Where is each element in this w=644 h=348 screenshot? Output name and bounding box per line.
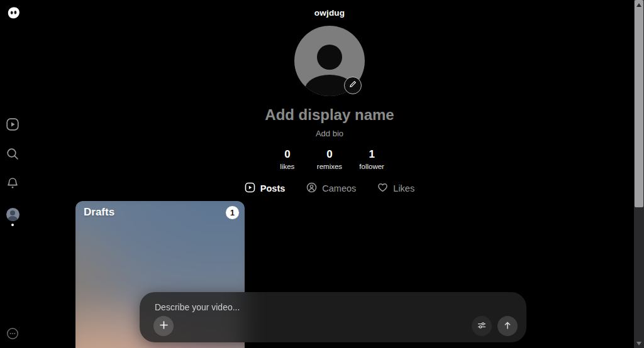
sidebar-item-search[interactable]: [5, 148, 20, 163]
plus-icon: [159, 320, 169, 332]
stat-follower[interactable]: 1 follower: [359, 149, 384, 170]
more-menu-button[interactable]: [6, 327, 19, 340]
ellipsis-circle-icon: [6, 331, 19, 342]
drafts-title: Drafts: [84, 206, 114, 219]
sidebar-nav: [0, 118, 25, 222]
stat-likes[interactable]: 0 likes: [275, 149, 300, 170]
pencil-icon: [348, 80, 357, 91]
add-bio[interactable]: Add bio: [316, 129, 343, 138]
scrollbar-up-arrow-icon[interactable]: [636, 3, 641, 7]
stat-value: 1: [369, 149, 374, 161]
sidebar: [0, 0, 25, 348]
bell-icon: [6, 177, 19, 193]
active-page-dot: [11, 224, 14, 226]
tab-likes[interactable]: Likes: [377, 182, 414, 195]
drafts-count-badge: 1: [226, 206, 239, 219]
stat-remixes[interactable]: 0 remixes: [317, 149, 342, 170]
stat-label: remixes: [317, 163, 342, 170]
arrow-up-icon: [502, 320, 513, 332]
tab-label: Likes: [393, 183, 414, 193]
add-media-button[interactable]: [153, 316, 174, 336]
profile-stats: 0 likes 0 remixes 1 follower: [275, 149, 384, 170]
stat-value: 0: [326, 149, 332, 161]
sora-blob-logo[interactable]: [4, 6, 22, 23]
video-settings-button[interactable]: [472, 316, 492, 336]
submit-video-button[interactable]: [497, 316, 518, 336]
add-display-name[interactable]: Add display name: [265, 106, 394, 124]
tab-label: Posts: [260, 183, 286, 193]
stat-label: likes: [280, 163, 294, 170]
sidebar-item-profile[interactable]: [5, 207, 20, 222]
scrollbar-thumb[interactable]: [635, 0, 643, 207]
sliders-icon: [477, 320, 487, 332]
profile-page: owjdug Add display name Add bio 0 likes …: [25, 0, 634, 195]
stat-label: follower: [359, 163, 384, 170]
tab-label: Cameos: [322, 183, 356, 193]
composer-input[interactable]: [153, 302, 420, 313]
avatar-icon: [6, 208, 19, 221]
profile-avatar[interactable]: [294, 26, 365, 96]
sidebar-item-explore[interactable]: [5, 118, 20, 133]
search-icon: [6, 147, 19, 163]
profile-tabs: Posts Cameos Likes: [245, 182, 414, 195]
page-title-username: owjdug: [314, 8, 345, 18]
video-play-icon: [245, 182, 255, 195]
video-play-icon: [6, 117, 19, 134]
scrollbar-down-arrow-icon[interactable]: [636, 342, 641, 345]
heart-icon: [377, 182, 388, 195]
person-circle-icon: [306, 182, 317, 195]
composer-bar: [140, 292, 526, 342]
vertical-scrollbar[interactable]: [634, 0, 644, 348]
stat-value: 0: [284, 149, 290, 161]
tab-posts[interactable]: Posts: [245, 182, 286, 195]
sidebar-item-notifications[interactable]: [5, 177, 20, 192]
edit-avatar-button[interactable]: [344, 77, 362, 94]
tab-cameos[interactable]: Cameos: [306, 182, 356, 195]
